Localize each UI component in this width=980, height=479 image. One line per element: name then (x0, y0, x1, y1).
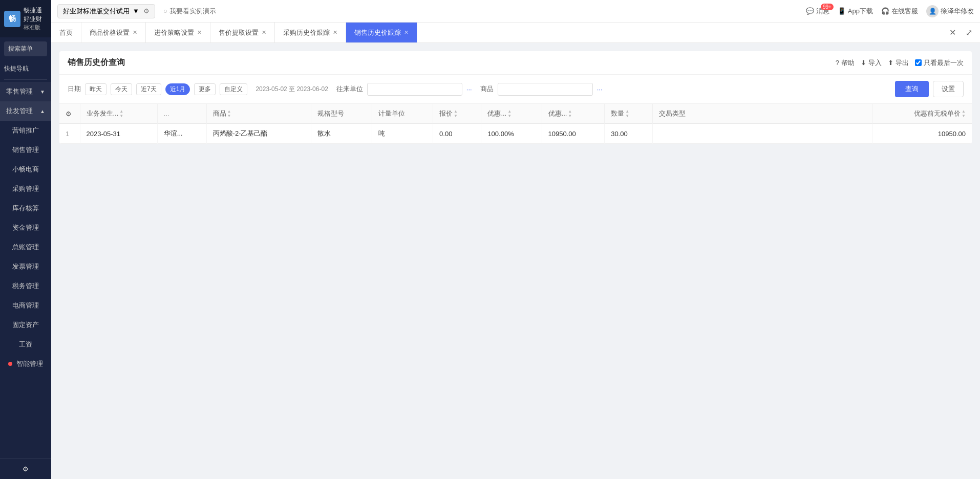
tab-price-settings[interactable]: 商品价格设置 ✕ (81, 23, 146, 42)
page-card: 销售历史价查询 ? 帮助 ⬇ 导入 ⬆ 导出 (59, 51, 972, 144)
gear-icon[interactable]: ⚙ (66, 110, 72, 118)
tab-close-purchase-strategy[interactable]: ✕ (197, 29, 202, 36)
messages-button[interactable]: 💬 消息 99+ (806, 7, 829, 16)
sort-icon-pretax: ▲ ▼ (962, 110, 966, 118)
sidebar-item-smart[interactable]: 智能管理 (0, 354, 51, 374)
sidebar-item-purchase[interactable]: 采购管理 (0, 179, 51, 199)
chevron-icon-retail: ▼ (40, 89, 45, 95)
col-price[interactable]: 报价 ▲ ▼ (433, 104, 481, 124)
query-button[interactable]: 查询 (895, 81, 929, 97)
col-pretax-price[interactable]: 优惠前无税单价 ▲ ▼ (872, 104, 972, 124)
sidebar-item-wholesale[interactable]: 批发管理 ▲ (0, 101, 51, 121)
app-download-button[interactable]: 📱 App下载 (838, 7, 873, 16)
tab-purchase-strategy[interactable]: 进价策略设置 ✕ (146, 23, 210, 42)
demo-icon: ○ (163, 7, 167, 15)
col-gear[interactable]: ⚙ (59, 104, 80, 124)
tab-home[interactable]: 首页 (51, 23, 81, 42)
cell-discount1: 100.00% (481, 124, 542, 144)
settings-icon[interactable]: ⚙ (143, 7, 150, 15)
panel-close-button[interactable]: ✕ (945, 26, 960, 40)
cell-num: 1 (59, 124, 80, 144)
only-last-checkbox-label[interactable]: 只看最后一次 (915, 58, 964, 68)
sidebar-item-ecommerce[interactable]: 电商管理 (0, 296, 51, 315)
date-label: 日期 (68, 84, 81, 94)
tab-sales-history[interactable]: 销售历史价跟踪 ✕ (346, 23, 417, 42)
tab-close-purchase-history[interactable]: ✕ (333, 29, 337, 36)
sort-icon-qty: ▲ ▼ (625, 110, 629, 118)
sidebar-divider-1 (4, 79, 47, 80)
headset-icon: 🎧 (881, 7, 889, 15)
date-more-btn[interactable]: 更多 (194, 83, 216, 95)
sidebar-item-sales[interactable]: 销售管理 (0, 140, 51, 160)
col-more[interactable]: ... (157, 104, 206, 124)
customer-service-button[interactable]: 🎧 在线客服 (881, 7, 918, 16)
export-icon: ⬆ (888, 59, 893, 67)
import-button[interactable]: ⬇ 导入 (861, 58, 882, 68)
source-input[interactable] (367, 83, 462, 96)
chevron-down-icon: ▼ (133, 7, 139, 15)
date-custom-btn[interactable]: 自定义 (220, 83, 247, 95)
date-last1month-btn[interactable]: 近1月 (165, 83, 190, 95)
sort-icon-discount1: ▲ ▼ (507, 110, 512, 118)
import-icon: ⬇ (861, 59, 866, 67)
tab-sale-extract[interactable]: 售价提取设置 ✕ (210, 23, 275, 42)
sidebar-item-marketing[interactable]: 营销推广 (0, 121, 51, 140)
sidebar-bottom: ⚙ (0, 459, 51, 479)
date-today-btn[interactable]: 今天 (111, 83, 132, 95)
settings-button[interactable]: 设置 (933, 81, 964, 97)
tab-purchase-history[interactable]: 采购历史价跟踪 ✕ (275, 23, 346, 42)
sidebar-item-assets[interactable]: 固定资产 (0, 315, 51, 335)
sidebar-item-payroll[interactable]: 工资 (0, 335, 51, 354)
col-discount1[interactable]: 优惠... ▲ ▼ (481, 104, 542, 124)
quick-nav-button[interactable]: 快捷导航 (0, 60, 51, 77)
sort-icon-biz-date: ▲ ▼ (119, 110, 123, 118)
tab-close-sale-extract[interactable]: ✕ (262, 29, 266, 36)
data-table-wrapper: ⚙ 业务发生... ▲ ▼ (59, 104, 972, 144)
col-discount2[interactable]: 优惠... ▲ ▼ (542, 104, 605, 124)
col-spec: 规格型号 (311, 104, 372, 124)
table-header-row: ⚙ 业务发生... ▲ ▼ (59, 104, 972, 124)
panel-maximize-button[interactable]: ⤢ (962, 26, 976, 40)
main-area: 好业财标准版交付试用 ▼ ⚙ ○ 我要看实例演示 💬 消息 99+ 📱 App下… (51, 0, 980, 479)
only-last-checkbox[interactable] (915, 59, 922, 66)
sort-icon-product: ▲ ▼ (227, 110, 231, 118)
sidebar-item-finance[interactable]: 资金管理 (0, 218, 51, 237)
filter-actions: 查询 设置 (895, 81, 964, 97)
sidebar-item-tax[interactable]: 税务管理 (0, 276, 51, 296)
demo-button[interactable]: ○ 我要看实例演示 (159, 5, 220, 18)
sort-icon-price: ▲ ▼ (454, 110, 458, 118)
help-button[interactable]: ? 帮助 (836, 58, 855, 68)
cell-more: 华谊... (157, 124, 206, 144)
phone-icon: 📱 (838, 7, 846, 15)
search-menu-area[interactable]: 搜索菜单 (0, 37, 51, 60)
gear-icon: ⚙ (23, 465, 29, 473)
col-product[interactable]: 商品 ▲ ▼ (206, 104, 311, 124)
source-more-btn[interactable]: ··· (466, 85, 472, 93)
sidebar-item-invoice[interactable]: 发票管理 (0, 257, 51, 276)
tab-close-price-settings[interactable]: ✕ (133, 29, 137, 36)
sidebar-item-retail[interactable]: 零售管理 ▼ (0, 82, 51, 101)
sidebar-item-ecommerce-mini[interactable]: 小畅电商 (0, 160, 51, 179)
tab-close-sales-history[interactable]: ✕ (404, 29, 409, 36)
cell-pretax-price: 10950.00 (872, 124, 972, 144)
date-last7-btn[interactable]: 近7天 (136, 83, 161, 95)
cell-trade-type (653, 124, 714, 144)
app-logo: 畅 畅捷通好业财 标准版 (0, 0, 51, 37)
message-icon: 💬 (806, 7, 814, 15)
sidebar-settings-button[interactable]: ⚙ (0, 459, 51, 479)
version-selector[interactable]: 好业财标准版交付试用 ▼ ⚙ (57, 4, 155, 18)
col-qty[interactable]: 数量 ▲ ▼ (605, 104, 653, 124)
cell-spec: 散水 (311, 124, 372, 144)
date-yesterday-btn[interactable]: 昨天 (85, 83, 106, 95)
source-filter-group: 往来单位 ··· (336, 83, 472, 96)
col-biz-date[interactable]: 业务发生... ▲ ▼ (80, 104, 157, 124)
topbar: 好业财标准版交付试用 ▼ ⚙ ○ 我要看实例演示 💬 消息 99+ 📱 App下… (51, 0, 980, 23)
product-more-btn[interactable]: ··· (597, 85, 603, 93)
user-menu-button[interactable]: 👤 徐泽华修改 (926, 5, 974, 17)
date-filter-group: 日期 昨天 今天 近7天 近1月 更多 自定义 (68, 83, 247, 95)
sidebar-item-inventory[interactable]: 库存核算 (0, 199, 51, 218)
product-input[interactable] (498, 83, 593, 96)
search-menu-button[interactable]: 搜索菜单 (4, 41, 47, 56)
sidebar-item-ledger[interactable]: 总账管理 (0, 237, 51, 257)
export-button[interactable]: ⬆ 导出 (888, 58, 909, 68)
